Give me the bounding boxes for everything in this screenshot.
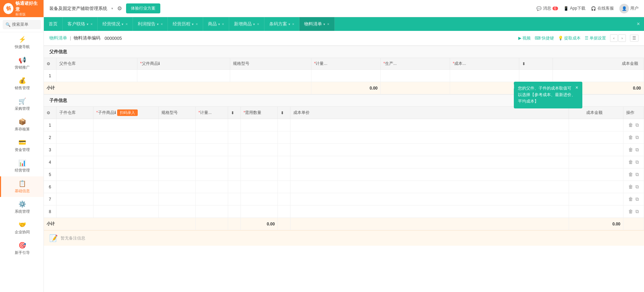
copy-icon-4[interactable]: ⧉ <box>635 159 640 165</box>
child-unit-4[interactable] <box>196 156 228 168</box>
child-unit-7[interactable] <box>196 193 228 206</box>
copy-icon-2[interactable]: ⧉ <box>635 134 640 141</box>
sidebar-item-purchase[interactable]: 🛒 采购管理 <box>0 94 44 115</box>
child-spec-1[interactable] <box>158 119 195 131</box>
scan-input-btn[interactable]: 扫码录入 <box>117 109 138 116</box>
child-qty-3[interactable] <box>240 144 277 156</box>
tab-barcode[interactable]: 条码方案 ▾ × <box>264 17 299 31</box>
tab-new-product[interactable]: 新增商品 ▾ × <box>229 17 264 31</box>
tab-bom-arrow[interactable]: ▾ <box>323 22 325 26</box>
child-unit-price-7[interactable] <box>290 193 569 206</box>
child-spec-8[interactable] <box>158 206 195 218</box>
child-product-5[interactable] <box>93 168 158 181</box>
user-item[interactable]: 👤 用户 <box>619 4 639 13</box>
extract-cost-btn[interactable]: 💡 提取成本 <box>558 35 581 41</box>
child-qty-7[interactable] <box>240 193 277 206</box>
sidebar-item-guide[interactable]: 🎯 新手引导 <box>0 238 44 259</box>
parent-spec-1[interactable] <box>230 70 311 82</box>
settings-icon[interactable]: ⚙ <box>117 5 122 12</box>
parent-warehouse-1[interactable] <box>56 70 137 82</box>
delete-icon-5[interactable]: 🗑 <box>628 171 634 178</box>
child-warehouse-8[interactable] <box>56 206 93 218</box>
tab-history[interactable]: 经营历程 ▾ × <box>168 17 203 31</box>
tab-bom-close[interactable]: × <box>327 22 329 26</box>
sidebar-item-inventory[interactable]: 📦 库存核算 <box>0 115 44 135</box>
search-menu-button[interactable]: 🔍 搜索菜单 <box>3 20 41 29</box>
tab-profit[interactable]: 利润报告 ▾ × <box>133 17 168 31</box>
sidebar-item-marketing[interactable]: 📢 营销推广 <box>0 53 44 73</box>
parent-th-settings[interactable]: ⚙ <box>44 58 56 70</box>
child-unit-price-5[interactable] <box>290 168 569 181</box>
single-settings-btn[interactable]: ☰ 单据设置 <box>585 35 606 41</box>
tab-history-close[interactable]: × <box>196 22 198 26</box>
sidebar-item-system[interactable]: ⚙️ 系统管理 <box>0 197 44 218</box>
tab-barcode-close[interactable]: × <box>292 22 294 26</box>
view-btn[interactable]: ▶ 视频 <box>518 35 531 41</box>
child-product-1[interactable] <box>93 119 158 131</box>
close-all-tabs[interactable]: × <box>633 21 644 27</box>
copy-icon-5[interactable]: ⧉ <box>635 171 640 178</box>
tab-new-product-close[interactable]: × <box>257 22 259 26</box>
app-download-item[interactable]: 📱 App下载 <box>564 5 585 11</box>
child-warehouse-1[interactable] <box>56 119 93 131</box>
child-th-settings[interactable]: ⚙ <box>44 107 56 119</box>
tab-barcode-arrow[interactable]: ▾ <box>288 22 290 26</box>
tab-customer-close[interactable]: × <box>90 22 92 26</box>
tab-history-arrow[interactable]: ▾ <box>192 22 194 26</box>
child-warehouse-6[interactable] <box>56 181 93 193</box>
child-unit-6[interactable] <box>196 181 228 193</box>
copy-icon-7[interactable]: ⧉ <box>635 196 640 202</box>
tab-bom[interactable]: 物料清单 ▾ × <box>299 17 334 31</box>
delete-icon-2[interactable]: 🗑 <box>628 134 634 141</box>
sidebar-item-enterprise[interactable]: 🤝 企业协同 <box>0 218 44 238</box>
breadcrumb-bom[interactable]: 物料清单 <box>49 35 67 41</box>
delete-icon-8[interactable]: 🗑 <box>628 208 634 215</box>
sidebar-item-finance[interactable]: 💳 资金管理 <box>0 135 44 156</box>
child-unit-price-8[interactable] <box>290 206 569 218</box>
child-warehouse-3[interactable] <box>56 144 93 156</box>
child-unit-3[interactable] <box>196 144 228 156</box>
child-spec-5[interactable] <box>158 168 195 181</box>
sidebar-item-sales[interactable]: 💰 销售管理 <box>0 73 44 94</box>
tab-product-close[interactable]: × <box>222 22 224 26</box>
shortcut-btn[interactable]: ⌨ 快捷键 <box>535 35 554 41</box>
child-unit-1[interactable] <box>196 119 228 131</box>
child-warehouse-2[interactable] <box>56 131 93 144</box>
trial-button[interactable]: 体验行业方案 <box>126 3 160 13</box>
grid-layout-btn[interactable]: ☰ <box>630 35 639 42</box>
delete-icon-4[interactable]: 🗑 <box>628 159 634 165</box>
child-spec-6[interactable] <box>158 181 195 193</box>
tooltip-close-btn[interactable]: × <box>575 85 578 90</box>
copy-icon-8[interactable]: ⧉ <box>635 208 640 215</box>
tab-profit-close[interactable]: × <box>161 22 163 26</box>
tab-operations-arrow[interactable]: ▾ <box>122 22 123 26</box>
child-unit-price-2[interactable] <box>290 131 569 144</box>
child-qty-6[interactable] <box>240 181 277 193</box>
child-spec-7[interactable] <box>158 193 195 206</box>
sidebar-item-basic-info[interactable]: 📋 基础信息 <box>0 176 44 197</box>
tab-product[interactable]: 商品 ▾ × <box>203 17 229 31</box>
child-unit-2[interactable] <box>196 131 228 144</box>
parent-product-1[interactable] <box>137 70 230 82</box>
child-qty-8[interactable] <box>240 206 277 218</box>
prev-btn[interactable]: ‹ <box>610 34 618 42</box>
tab-new-product-arrow[interactable]: ▾ <box>253 22 255 26</box>
child-spec-3[interactable] <box>158 144 195 156</box>
copy-icon-1[interactable]: ⧉ <box>635 121 640 128</box>
delete-icon-1[interactable]: 🗑 <box>628 121 634 128</box>
sidebar-item-shortcut[interactable]: ⚡ 快捷导航 <box>0 32 44 53</box>
child-spec-2[interactable] <box>158 131 195 144</box>
child-unit-price-6[interactable] <box>290 181 569 193</box>
parent-produce-1[interactable] <box>381 70 450 82</box>
child-unit-8[interactable] <box>196 206 228 218</box>
child-product-3[interactable] <box>93 144 158 156</box>
tab-customer[interactable]: 客户联络 ▾ × <box>63 17 98 31</box>
child-unit-5[interactable] <box>196 168 228 181</box>
tab-operations[interactable]: 经营情况 ▾ × <box>98 17 133 31</box>
child-spec-4[interactable] <box>158 156 195 168</box>
tab-profit-arrow[interactable]: ▾ <box>157 22 159 26</box>
system-dropdown-arrow[interactable]: ▾ <box>111 7 113 10</box>
child-qty-1[interactable] <box>240 119 277 131</box>
tab-operations-close[interactable]: × <box>125 22 127 26</box>
sidebar-item-operations[interactable]: 📊 经营管理 <box>0 156 44 176</box>
